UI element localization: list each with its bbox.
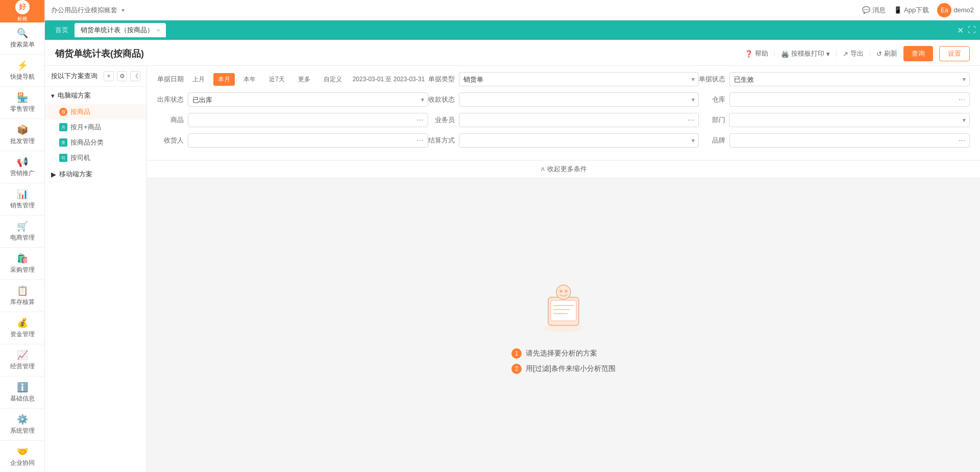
settings-btn[interactable]: 设置 <box>939 46 970 61</box>
filter-cell-salesperson: 业务员 ··· <box>428 113 699 127</box>
page-content: 销货单统计表(按商品) ❓ 帮助 🖨️ 按模板打印 ▾ ↗ 导出 <box>45 40 980 472</box>
tab-sales-stat[interactable]: 销货单统计表（按商品） × <box>75 23 166 37</box>
sidebar-item-sales[interactable]: 📊 销售管理 <box>0 183 44 216</box>
sidebar-item-quick-nav[interactable]: ⚡ 快捷导航 <box>0 55 44 87</box>
page-title: 销货单统计表(按商品) <box>55 48 144 60</box>
date-btn-last-month[interactable]: 上月 <box>188 73 209 86</box>
sidebar-item-ecommerce[interactable]: 🛒 电商管理 <box>0 216 44 248</box>
tab-close-icon[interactable]: × <box>157 27 160 33</box>
panel-item-by-product[interactable]: 按 按商品 <box>45 104 146 120</box>
warehouse-filter-inner: ··· <box>729 92 970 107</box>
date-btn-this-month[interactable]: 本月 <box>213 73 235 86</box>
tab-maximize-icon[interactable]: ⛶ <box>968 26 976 35</box>
salesperson-dots[interactable]: ··· <box>688 116 694 124</box>
date-range-text: 2023-03-01 至 2023-03-31 <box>353 75 425 84</box>
warehouse-label: 仓库 <box>699 95 729 104</box>
product-dots[interactable]: ··· <box>416 116 423 124</box>
tab-sales-stat-label: 销货单统计表（按商品） <box>81 26 154 35</box>
sidebar-item-cooperation[interactable]: 🤝 企业协同 <box>0 441 44 472</box>
dept-select[interactable] <box>729 113 970 127</box>
brand-dots[interactable]: ··· <box>959 136 965 145</box>
tab-home[interactable]: 首页 <box>49 23 75 37</box>
help-icon: ❓ <box>745 50 753 58</box>
date-filter-inner: 上月 本月 本年 近7天 更多 自定义 2023-03-01 至 2023-03… <box>188 73 428 86</box>
tab-close-all-icon[interactable]: ✕ <box>957 26 964 35</box>
sidebar-item-finance[interactable]: 💰 资金管理 <box>0 312 44 344</box>
dept-filter-inner: ▾ <box>729 113 970 127</box>
app-download-btn[interactable]: 📱 App下载 <box>894 6 929 15</box>
mobile-section-label: 移动端方案 <box>59 170 92 179</box>
type-select[interactable]: 销货单 <box>459 72 699 86</box>
consignee-dots[interactable]: ··· <box>416 136 423 145</box>
help-btn[interactable]: ❓ 帮助 <box>745 49 768 58</box>
payment-select[interactable] <box>459 92 699 107</box>
filter-cell-status: 单据状态 已生效 ▾ <box>699 72 970 86</box>
panel-section-desktop[interactable]: ▾ 电脑端方案 <box>45 87 146 104</box>
payment-method-select[interactable] <box>459 133 699 148</box>
sidebar-item-marketing[interactable]: 📢 营销推广 <box>0 151 44 183</box>
sidebar-item-basic-info[interactable]: ℹ️ 基础信息 <box>0 376 44 409</box>
filter-row-2: 出库状态 已出库 ▾ 收款状态 <box>157 92 970 107</box>
divider2 <box>836 50 837 57</box>
sidebar-label-purchase: 采购管理 <box>10 266 35 274</box>
app-download-icon: 📱 <box>894 6 902 14</box>
consignee-input[interactable]: ··· <box>188 133 428 148</box>
filter-cell-brand: 品牌 ··· <box>699 133 970 148</box>
brand-label: 品牌 <box>699 136 729 145</box>
panel-settings-icon[interactable]: ⚙ <box>117 71 127 81</box>
query-btn[interactable]: 查询 <box>903 46 933 61</box>
empty-illustration <box>533 277 594 338</box>
sidebar-label-system: 系统管理 <box>10 427 35 435</box>
date-btn-custom[interactable]: 自定义 <box>319 73 347 86</box>
export-btn[interactable]: ↗ 导出 <box>843 49 864 58</box>
sidebar-icon-system: ⚙️ <box>17 414 28 425</box>
brand-input[interactable]: ··· <box>729 133 970 148</box>
step-1-text: 请先选择要分析的方案 <box>526 349 597 358</box>
message-btn[interactable]: 💬 消息 <box>862 6 886 15</box>
panel-add-icon[interactable]: + <box>104 71 114 81</box>
sidebar-item-inventory[interactable]: 📋 库存核算 <box>0 280 44 312</box>
warehouse-dots[interactable]: ··· <box>959 96 965 104</box>
panel-item-by-category[interactable]: 类 按商品分类 <box>45 135 146 150</box>
section-desktop-label: 电脑端方案 <box>58 91 91 100</box>
collapse-btn[interactable]: ∧ 收起更多条件 <box>147 160 980 178</box>
print-btn[interactable]: 🖨️ 按模板打印 ▾ <box>781 49 830 58</box>
product-input[interactable]: ··· <box>188 113 428 127</box>
account-dropdown-icon[interactable]: ▾ <box>121 7 125 14</box>
salesperson-input[interactable]: ··· <box>459 113 699 127</box>
sidebar-item-wholesale[interactable]: 📦 批发管理 <box>0 119 44 151</box>
panel-section-mobile[interactable]: ▶ 移动端方案 <box>45 166 146 183</box>
sidebar-label-operations: 经营管理 <box>10 362 35 371</box>
step-2-text: 用[过滤]条件来缩小分析范围 <box>526 364 616 373</box>
by-category-icon: 类 <box>59 138 67 147</box>
warehouse-input[interactable]: ··· <box>729 92 970 107</box>
panel-collapse-icon[interactable]: 《 <box>130 71 140 81</box>
status-select[interactable]: 已生效 <box>729 72 970 86</box>
sidebar-logo[interactable]: 好 标账 <box>0 0 45 22</box>
panel-item-by-driver[interactable]: 司 按司机 <box>45 150 146 166</box>
date-btn-this-year[interactable]: 本年 <box>239 73 260 86</box>
svg-point-3 <box>556 285 571 299</box>
date-btn-7days[interactable]: 近7天 <box>264 73 289 86</box>
sidebar-item-operations[interactable]: 📈 经营管理 <box>0 344 44 376</box>
date-btn-more[interactable]: 更多 <box>293 73 315 86</box>
brand-filter-inner: ··· <box>729 133 970 148</box>
filter-cell-warehouse: 仓库 ··· <box>699 92 970 107</box>
sidebar-icon-marketing: 📢 <box>17 156 28 168</box>
step-num-1: 1 <box>511 348 522 359</box>
sidebar-item-search[interactable]: 🔍 搜索菜单 <box>0 22 44 55</box>
collapse-label: ∧ 收起更多条件 <box>540 164 587 174</box>
panel-item-by-month-product[interactable]: 月 按月+商品 <box>45 120 146 135</box>
sidebar-item-retail[interactable]: 🏪 零售管理 <box>0 87 44 119</box>
user-profile-btn[interactable]: Ea demo2 <box>937 3 974 17</box>
consignee-filter-inner: ··· <box>188 133 428 148</box>
stock-select[interactable]: 已出库 <box>188 92 428 107</box>
refresh-btn[interactable]: ↺ 刷新 <box>876 49 897 58</box>
status-filter-inner: 已生效 ▾ <box>729 72 970 86</box>
collapse-icon: 《 <box>132 72 138 81</box>
sidebar: 好 标账 🔍 搜索菜单 ⚡ 快捷导航 🏪 零售管理 📦 批发管理 📢 营销推广 … <box>0 0 45 472</box>
sidebar-item-purchase[interactable]: 🛍️ 采购管理 <box>0 248 44 280</box>
sidebar-item-system[interactable]: ⚙️ 系统管理 <box>0 409 44 441</box>
left-panel-header: 按以下方案查询 + ⚙ 《 <box>45 66 146 87</box>
salesperson-label: 业务员 <box>428 115 459 125</box>
